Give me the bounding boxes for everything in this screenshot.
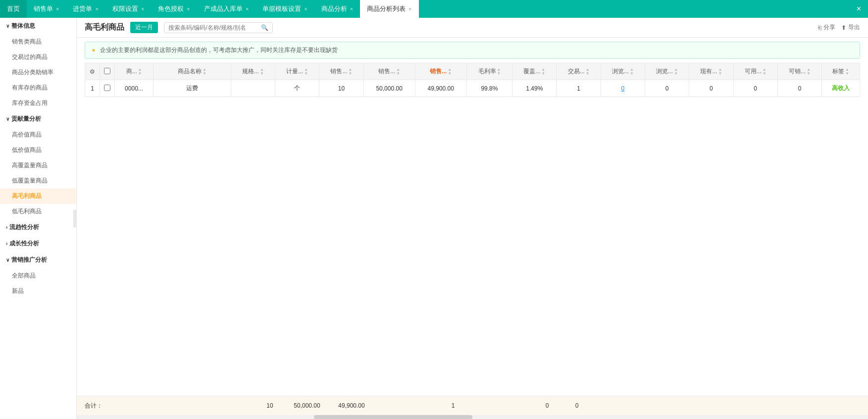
- table-header-row: ⚙ 商... ▲▼ 商品名称: [85, 63, 860, 80]
- nav-item-analysis-list[interactable]: 商品分析列表 ×: [360, 0, 418, 18]
- nav-item-products[interactable]: 产成品入库单 ×: [197, 0, 255, 18]
- nav-item-home[interactable]: 首页: [0, 0, 27, 18]
- content-area: 高毛利商品 近一月 🔍 ⎗ 分享 ⬆ 导出 ✦ 企业的主要的利润都是这部分商品创…: [77, 18, 868, 419]
- sidebar-group-marketing[interactable]: ∨ 营销推广分析: [0, 252, 76, 268]
- share-icon: ⎗: [818, 24, 821, 31]
- cell-browse1[interactable]: 0: [601, 80, 645, 97]
- search-input[interactable]: [168, 24, 261, 31]
- col-code[interactable]: 商... ▲▼: [115, 63, 153, 80]
- col-unit[interactable]: 计量... ▲▼: [275, 63, 319, 80]
- top-navigation: 首页 销售单 × 进货单 × 权限设置 × 角色授权 × 产成品入库单 × 单据…: [0, 0, 868, 18]
- sidebar-group-contribution[interactable]: ∨ 贡献量分析: [0, 111, 76, 127]
- time-filter-button[interactable]: 近一月: [130, 22, 158, 33]
- cell-checkbox[interactable]: [100, 80, 115, 97]
- sidebar-item-low-coverage[interactable]: 低覆盖量商品: [0, 173, 76, 188]
- sidebar-group-trend[interactable]: › 流趋性分析: [0, 219, 76, 235]
- sidebar-item-category-rate[interactable]: 商品分类助销率: [0, 65, 76, 80]
- sort-current[interactable]: ▲▼: [718, 68, 722, 76]
- nav-close-templates[interactable]: ×: [304, 6, 307, 12]
- scrollbar-thumb[interactable]: [314, 415, 472, 419]
- cell-current: 0: [689, 80, 733, 97]
- settings-icon[interactable]: ⚙: [90, 68, 95, 75]
- sidebar-item-sales-goods[interactable]: 销售类商品: [0, 34, 76, 49]
- nav-close-permissions[interactable]: ×: [141, 6, 144, 12]
- nav-close-analysis[interactable]: ×: [350, 6, 353, 12]
- footer-sales3: 49,900.00: [329, 400, 374, 411]
- sort-browse1[interactable]: ▲▼: [630, 68, 634, 76]
- table-footer: 合计： 10 50,000.00 49,900.00 1 0 0: [77, 396, 868, 415]
- col-current[interactable]: 现有... ▲▼: [689, 63, 733, 80]
- nav-close-analysis-list[interactable]: ×: [408, 6, 411, 12]
- col-transactions[interactable]: 交易... ▲▼: [557, 63, 601, 80]
- sort-tag[interactable]: ▲▼: [845, 68, 849, 76]
- nav-item-permissions[interactable]: 权限设置 ×: [105, 0, 151, 18]
- nav-close-sales[interactable]: ×: [56, 6, 59, 12]
- sort-available[interactable]: ▲▼: [763, 68, 766, 76]
- col-name[interactable]: 商品名称 ▲▼: [153, 63, 231, 80]
- sort-name[interactable]: ▲▼: [203, 68, 206, 76]
- col-sales3[interactable]: 销售... ▲▼: [415, 63, 466, 80]
- nav-close-roles[interactable]: ×: [187, 6, 190, 12]
- sort-gross[interactable]: ▲▼: [497, 68, 501, 76]
- col-sales2[interactable]: 销售... ▲▼: [363, 63, 415, 80]
- sort-coverage[interactable]: ▲▼: [541, 68, 545, 76]
- col-settings[interactable]: ⚙: [85, 63, 100, 80]
- nav-item-purchase[interactable]: 进货单 ×: [66, 0, 105, 18]
- col-gross-rate[interactable]: 毛利率 ▲▼: [466, 63, 512, 80]
- search-box[interactable]: 🔍: [164, 22, 273, 33]
- select-all-checkbox[interactable]: [104, 68, 110, 74]
- sidebar-item-all-goods[interactable]: 全部商品: [0, 268, 76, 283]
- export-button[interactable]: ⬆ 导出: [841, 23, 860, 32]
- sidebar-item-in-stock[interactable]: 有库存的商品: [0, 80, 76, 95]
- col-sellable[interactable]: 可销... ▲▼: [777, 63, 821, 80]
- sidebar-group-overall[interactable]: ∨ 整体信息: [0, 18, 76, 34]
- share-button[interactable]: ⎗ 分享: [818, 23, 835, 32]
- sort-browse2[interactable]: ▲▼: [674, 68, 678, 76]
- sidebar-item-low-margin[interactable]: 低毛利商品: [0, 204, 76, 219]
- nav-label-permissions: 权限设置: [112, 4, 138, 13]
- table-row: 1 0000... 运费 个 10 50,000.00 49,900.00 99…: [85, 80, 860, 97]
- col-sales1[interactable]: 销售... ▲▼: [319, 63, 363, 80]
- col-coverage[interactable]: 覆盖... ▲▼: [512, 63, 557, 80]
- nav-item-analysis[interactable]: 商品分析 ×: [314, 0, 360, 18]
- col-available[interactable]: 可用... ▲▼: [733, 63, 777, 80]
- col-checkbox[interactable]: [100, 63, 115, 80]
- sidebar-item-high-value[interactable]: 高价值商品: [0, 127, 76, 142]
- sidebar-group-growth[interactable]: › 成长性分析: [0, 235, 76, 252]
- sidebar-item-traded-goods[interactable]: 交易过的商品: [0, 49, 76, 65]
- col-tag[interactable]: 标签 ▲▼: [822, 63, 860, 80]
- sort-code[interactable]: ▲▼: [138, 68, 142, 76]
- horizontal-scrollbar[interactable]: [77, 415, 868, 419]
- sidebar-item-low-value[interactable]: 低价值商品: [0, 142, 76, 158]
- sort-sellable[interactable]: ▲▼: [807, 68, 811, 76]
- nav-item-roles[interactable]: 角色授权 ×: [151, 0, 197, 18]
- nav-close-products[interactable]: ×: [246, 6, 249, 12]
- nav-close-purchase[interactable]: ×: [95, 6, 98, 12]
- col-spec[interactable]: 规格... ▲▼: [231, 63, 275, 80]
- cell-unit: 个: [275, 80, 319, 97]
- sort-unit[interactable]: ▲▼: [304, 68, 308, 76]
- cell-browse2: 0: [645, 80, 689, 97]
- col-browse2[interactable]: 浏览... ▲▼: [645, 63, 689, 80]
- sidebar-item-stock-capital[interactable]: 库存资金占用: [0, 95, 76, 111]
- nav-close-all[interactable]: ×: [850, 4, 868, 13]
- sidebar-item-high-coverage[interactable]: 高覆盖量商品: [0, 158, 76, 173]
- nav-item-templates[interactable]: 单据模板设置 ×: [255, 0, 314, 18]
- nav-item-sales[interactable]: 销售单 ×: [27, 0, 66, 18]
- col-browse1[interactable]: 浏览... ▲▼: [601, 63, 645, 80]
- sort-sales3[interactable]: ▲▼: [448, 68, 452, 76]
- sort-sales2[interactable]: ▲▼: [396, 68, 400, 76]
- footer-cells: 10 50,000.00 49,900.00 1 0 0: [106, 400, 860, 411]
- sort-transactions[interactable]: ▲▼: [586, 68, 590, 76]
- row-checkbox[interactable]: [104, 85, 110, 91]
- sort-sales1[interactable]: ▲▼: [348, 68, 352, 76]
- sidebar-item-high-margin[interactable]: 高毛利商品: [0, 188, 76, 204]
- sidebar-item-new-goods[interactable]: 新品: [0, 283, 76, 299]
- info-banner: ✦ 企业的主要的利润都是这部分商品创造的，可考虑加大推广，同时关注库存是不要出现…: [85, 42, 860, 59]
- sidebar-group-overall-label: 整体信息: [11, 22, 35, 30]
- search-icon[interactable]: 🔍: [261, 24, 268, 31]
- table-container: ⚙ 商... ▲▼ 商品名称: [77, 63, 868, 396]
- cell-available: 0: [733, 80, 777, 97]
- sort-spec[interactable]: ▲▼: [260, 68, 264, 76]
- sidebar-collapse-button[interactable]: 《: [73, 210, 77, 228]
